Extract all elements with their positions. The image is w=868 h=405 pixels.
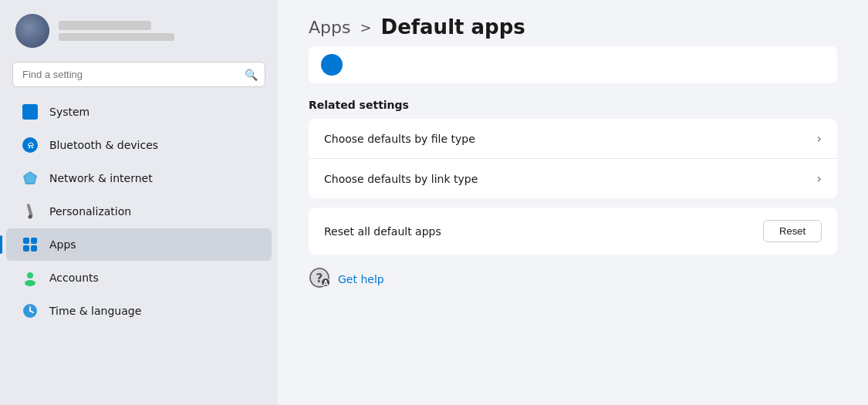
search-box: 🔍 <box>12 62 265 87</box>
reset-row: Reset all default apps Reset <box>309 208 837 255</box>
sidebar-item-personalization-label: Personalization <box>49 205 131 218</box>
breadcrumb-current: Default apps <box>381 15 525 39</box>
user-email-blur <box>59 33 174 41</box>
sidebar-header <box>0 0 278 56</box>
related-settings-title: Related settings <box>309 99 837 111</box>
sidebar-nav: System ⍾ Bluetooth & devices Network & i… <box>0 92 278 405</box>
sidebar-item-bluetooth[interactable]: ⍾ Bluetooth & devices <box>6 129 272 161</box>
svg-rect-6 <box>23 245 29 251</box>
main-body: Related settings Choose defaults by file… <box>278 46 868 310</box>
top-card-indicator <box>321 54 343 76</box>
svg-point-8 <box>27 272 33 278</box>
sidebar: 🔍 System ⍾ Bluetooth & devices Network &… <box>0 0 278 405</box>
settings-card: Choose defaults by file type › Choose de… <box>309 119 837 198</box>
get-help-link[interactable]: Get help <box>338 273 384 285</box>
search-icon: 🔍 <box>245 69 258 81</box>
svg-rect-7 <box>31 245 37 251</box>
main-header: Apps > Default apps <box>278 0 868 46</box>
settings-row-link-type[interactable]: Choose defaults by link type › <box>309 159 837 198</box>
svg-rect-4 <box>23 238 29 244</box>
svg-text:A: A <box>323 280 329 287</box>
get-help-row: ? A Get help <box>309 264 837 295</box>
sidebar-item-accounts-label: Accounts <box>49 272 99 284</box>
file-type-label: Choose defaults by file type <box>324 133 475 145</box>
help-icon: ? A <box>309 267 330 292</box>
sidebar-item-network[interactable]: Network & internet <box>6 162 272 194</box>
svg-point-3 <box>29 215 32 219</box>
avatar <box>15 14 49 48</box>
link-type-chevron: › <box>817 171 822 186</box>
network-icon <box>22 170 39 187</box>
sidebar-item-time[interactable]: Time & language <box>6 295 272 327</box>
search-input[interactable] <box>12 62 265 87</box>
reset-card: Reset all default apps Reset <box>309 208 837 255</box>
file-type-chevron: › <box>817 131 822 146</box>
link-type-label: Choose defaults by link type <box>324 173 478 185</box>
top-card-partial <box>309 46 837 83</box>
reset-button[interactable]: Reset <box>763 220 822 242</box>
sidebar-item-personalization[interactable]: Personalization <box>6 195 272 228</box>
sidebar-item-apps-label: Apps <box>49 238 76 251</box>
sidebar-item-accounts[interactable]: Accounts <box>6 262 272 294</box>
settings-row-file-type[interactable]: Choose defaults by file type › <box>309 119 837 159</box>
sidebar-item-bluetooth-label: Bluetooth & devices <box>49 139 158 151</box>
user-name-blur <box>59 21 151 30</box>
breadcrumb-parent[interactable]: Apps <box>309 18 350 37</box>
apps-icon <box>22 236 39 253</box>
main-content: Apps > Default apps Related settings Cho… <box>278 0 868 405</box>
sidebar-item-apps[interactable]: Apps <box>6 228 272 261</box>
sidebar-item-network-label: Network & internet <box>49 172 153 184</box>
sidebar-item-time-label: Time & language <box>49 305 141 317</box>
sidebar-item-system[interactable]: System <box>6 96 272 128</box>
reset-label: Reset all default apps <box>324 225 441 238</box>
time-icon <box>22 302 39 319</box>
user-info <box>59 21 174 41</box>
personalization-icon <box>22 203 39 220</box>
svg-point-9 <box>25 280 35 286</box>
accounts-icon <box>22 269 39 286</box>
bluetooth-icon: ⍾ <box>22 137 39 154</box>
system-icon <box>22 103 39 120</box>
svg-rect-5 <box>31 238 37 244</box>
breadcrumb-separator: > <box>360 19 371 35</box>
sidebar-item-system-label: System <box>49 106 90 118</box>
